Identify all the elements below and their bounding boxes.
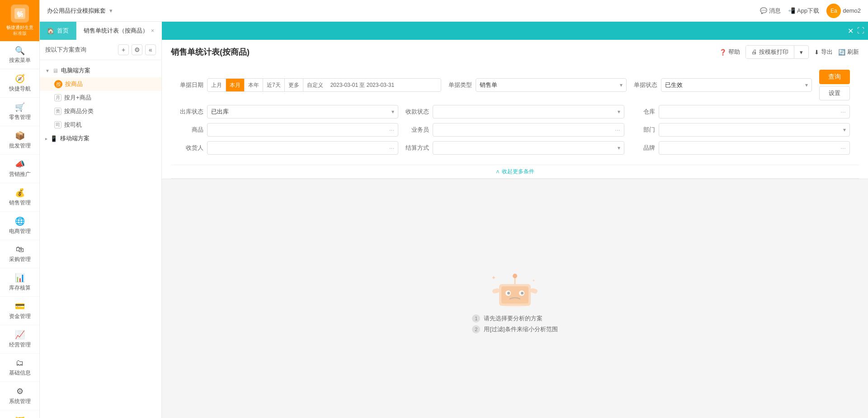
table-area: ✦ ✦ · 1 请先选择要分析的方案 2 用[过滤]条件来缩小分析范围 bbox=[162, 179, 868, 418]
sidebar-item-basic[interactable]: 🗂 基础信息 bbox=[0, 354, 39, 382]
salesman-dots[interactable]: ··· bbox=[615, 126, 620, 133]
page-title-row: 销售单统计表(按商品) ❓ 帮助 🖨 按模板打印 ▾ bbox=[171, 45, 859, 59]
quicknav-label: 快捷导航 bbox=[9, 85, 31, 93]
basic-icon: 🗂 bbox=[16, 358, 24, 368]
scheme-item-by-driver[interactable]: 司 按司机 bbox=[40, 118, 161, 132]
export-icon: ⬇ bbox=[814, 49, 819, 56]
date-tab-custom[interactable]: 自定义 bbox=[303, 79, 327, 91]
purchase-icon: 🛍 bbox=[16, 245, 24, 254]
print-label: 按模板打印 bbox=[759, 48, 788, 55]
tab-active[interactable]: 销售单统计表（按商品） × bbox=[76, 22, 162, 40]
sidebar-item-ops[interactable]: 📈 经营管理 bbox=[0, 325, 39, 354]
sidebar-item-enterprise[interactable]: 🤝 企业协同 bbox=[0, 410, 39, 418]
filter-row-4: 收货人 ··· 结算方式 ▾ bbox=[180, 141, 850, 155]
scheme-item-by-goods[interactable]: 按 按商品 bbox=[40, 77, 161, 91]
sidebar-item-quicknav[interactable]: 🧭 快捷导航 bbox=[0, 69, 39, 98]
scheme-item-by-month-goods[interactable]: 月 按月+商品 bbox=[40, 91, 161, 104]
outstatus-dropdown-icon[interactable]: ▾ bbox=[392, 109, 394, 115]
tab-home-label: 首页 bbox=[57, 27, 69, 35]
payment-dropdown-icon[interactable]: ▾ bbox=[618, 145, 620, 151]
export-btn[interactable]: ⬇ 导出 bbox=[814, 48, 833, 56]
svg-text:✦: ✦ bbox=[491, 275, 496, 281]
date-range-tabs: 上月 本月 本年 近7天 更多 自定义 bbox=[208, 79, 327, 91]
tab-close-btn[interactable]: × bbox=[151, 28, 154, 34]
marketing-icon: 📣 bbox=[15, 159, 25, 169]
retail-label: 零售管理 bbox=[9, 114, 31, 121]
receiver-label: 收货人 bbox=[180, 144, 203, 152]
sidebar-item-inventory[interactable]: 📊 库存核算 bbox=[0, 268, 39, 297]
marketing-label: 营销推广 bbox=[9, 171, 31, 178]
warehouse-label: 仓库 bbox=[632, 108, 655, 116]
purchase-label: 采购管理 bbox=[9, 256, 31, 263]
page-content: 按以下方案查询 + ⚙ « ▼ 🖥 电脑端方案 按 bbox=[40, 40, 868, 418]
export-label: 导出 bbox=[821, 48, 833, 56]
group-desktop-icon: 🖥 bbox=[52, 67, 58, 74]
docstatus-label: 单据状态 bbox=[634, 81, 657, 89]
settings-btn[interactable]: 设置 bbox=[819, 86, 850, 100]
filter-panel-actions: + ⚙ « bbox=[118, 44, 156, 55]
svg-rect-11 bbox=[492, 288, 500, 294]
tab-expand-icon[interactable]: ⛶ bbox=[857, 27, 864, 35]
sidebar-item-wholesale[interactable]: 📦 批发管理 bbox=[0, 126, 39, 155]
inventory-label: 库存核算 bbox=[9, 284, 31, 292]
doctype-dropdown-icon[interactable]: ▾ bbox=[620, 82, 623, 88]
scheme-item-by-category[interactable]: 类 按商品分类 bbox=[40, 104, 161, 118]
print-btn[interactable]: 🖨 按模板打印 bbox=[746, 46, 794, 58]
filter-row-1: 单据日期 上月 本月 本年 近7天 更多 自定义 20 bbox=[180, 70, 850, 100]
scheme-sub-icon-2: 类 bbox=[54, 108, 61, 115]
scheme-group-mobile-header[interactable]: ▸ 📱 移动端方案 bbox=[40, 132, 161, 145]
app-download-label: App下载 bbox=[797, 7, 819, 15]
tab-home[interactable]: 🏠 首页 bbox=[40, 22, 76, 40]
industry-dropdown-icon[interactable]: ▾ bbox=[109, 7, 113, 14]
query-btn[interactable]: 查询 bbox=[819, 70, 850, 84]
tab-active-label: 销售单统计表（按商品） bbox=[84, 27, 148, 35]
filter-receiptstatus-field: 收款状态 ▾ bbox=[406, 105, 624, 119]
date-tab-this-year[interactable]: 本年 bbox=[245, 79, 263, 91]
industry-label: 办公用品行业模拟账套 bbox=[47, 7, 106, 15]
receiptstatus-dropdown-icon[interactable]: ▾ bbox=[618, 109, 620, 115]
help-btn[interactable]: ❓ 帮助 bbox=[719, 48, 740, 56]
settings-scheme-btn[interactable]: ⚙ bbox=[132, 44, 142, 55]
scheme-sub-icon-1: 月 bbox=[54, 94, 61, 101]
date-range-value: 2023-03-01 至 2023-03-31 bbox=[327, 81, 398, 89]
sidebar-item-ecommerce[interactable]: 🌐 电商管理 bbox=[0, 212, 39, 240]
download-icon: 📲 bbox=[788, 7, 795, 14]
date-tab-this-month[interactable]: 本月 bbox=[226, 79, 245, 91]
docstatus-dropdown-icon[interactable]: ▾ bbox=[805, 82, 808, 88]
print-dropdown-btn[interactable]: ▾ bbox=[794, 47, 808, 58]
dept-label: 部门 bbox=[632, 126, 655, 134]
topbar-right: 💬 消息 📲 App下载 Ea demo2 bbox=[760, 4, 861, 18]
collapse-panel-btn[interactable]: « bbox=[145, 44, 156, 55]
goods-dots[interactable]: ··· bbox=[389, 126, 395, 133]
app-download-btn[interactable]: 📲 App下载 bbox=[788, 7, 819, 15]
refresh-btn[interactable]: 🔄 刷新 bbox=[838, 48, 859, 56]
user-menu[interactable]: Ea demo2 bbox=[826, 4, 861, 18]
sidebar-item-purchase[interactable]: 🛍 采购管理 bbox=[0, 240, 39, 268]
message-btn[interactable]: 💬 消息 bbox=[760, 7, 781, 15]
docstatus-value: 已生效 bbox=[665, 81, 805, 89]
empty-hints: 1 请先选择要分析的方案 2 用[过滤]条件来缩小分析范围 bbox=[472, 314, 557, 333]
dept-dropdown-icon[interactable]: ▾ bbox=[843, 127, 846, 133]
empty-state: ✦ ✦ · 1 请先选择要分析的方案 2 用[过滤]条件来缩小分析范围 bbox=[472, 264, 557, 333]
add-scheme-btn[interactable]: + bbox=[118, 44, 129, 55]
page-header: 销售单统计表(按商品) ❓ 帮助 🖨 按模板打印 ▾ bbox=[162, 40, 868, 179]
date-tab-last-month[interactable]: 上月 bbox=[208, 79, 226, 91]
brand-dots[interactable]: ··· bbox=[840, 144, 846, 152]
receiver-dots[interactable]: ··· bbox=[389, 144, 395, 152]
scheme-group-mobile: ▸ 📱 移动端方案 bbox=[40, 132, 161, 145]
sidebar-item-finance[interactable]: 💳 资金管理 bbox=[0, 297, 39, 325]
group-desktop-label: 电脑端方案 bbox=[61, 66, 90, 75]
tab-close-all-icon[interactable]: ✕ bbox=[848, 27, 854, 35]
sidebar-item-system[interactable]: ⚙ 系统管理 bbox=[0, 382, 39, 410]
date-tab-7days[interactable]: 近7天 bbox=[263, 79, 285, 91]
main-area: 办公用品行业模拟账套 ▾ 💬 消息 📲 App下载 Ea demo2 🏠 首页 bbox=[40, 0, 868, 418]
wholesale-icon: 📦 bbox=[15, 131, 25, 141]
app-sub: 标准版 bbox=[13, 30, 27, 37]
collapse-conditions-btn[interactable]: ∧ 收起更多条件 bbox=[171, 165, 859, 179]
sidebar-item-retail[interactable]: 🛒 零售管理 bbox=[0, 98, 39, 126]
sidebar-item-sales[interactable]: 💰 销售管理 bbox=[0, 183, 39, 212]
scheme-group-desktop-header[interactable]: ▼ 🖥 电脑端方案 bbox=[40, 64, 161, 77]
sidebar-item-marketing[interactable]: 📣 营销推广 bbox=[0, 155, 39, 183]
search-menu-btn[interactable]: 🔍 搜索菜单 bbox=[0, 41, 39, 69]
date-tab-more[interactable]: 更多 bbox=[285, 79, 303, 91]
